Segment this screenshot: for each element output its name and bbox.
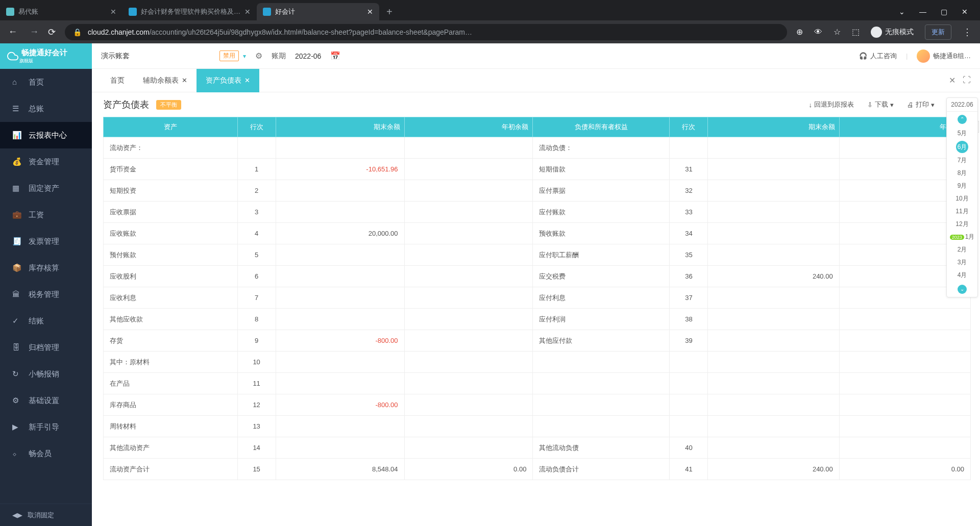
table-row[interactable]: 其中：原材料 10 [104, 352, 971, 373]
sidebar-logo[interactable]: 畅捷通好会计 旗舰版 [0, 43, 92, 69]
sidebar-item-archive[interactable]: 🗄归档管理 [0, 334, 92, 361]
cell-line2: 36 [670, 266, 708, 287]
asset-icon: ▦ [12, 184, 21, 193]
sidebar-item-reimburse[interactable]: ↻小畅报销 [0, 361, 92, 387]
page-tab-balance-sheet[interactable]: 资产负债表 ✕ [197, 69, 259, 92]
page-tab-aux-balance[interactable]: 辅助余额表 ✕ [134, 69, 197, 92]
month-item[interactable]: 2月 [947, 243, 977, 256]
eye-off-icon[interactable]: 👁 [814, 28, 822, 37]
cell-line1: 9 [237, 330, 276, 352]
calendar-icon[interactable]: 📅 [330, 51, 340, 61]
download-button[interactable]: ⇩ 下载 ▾ [867, 100, 894, 109]
minimize-icon[interactable]: — [919, 8, 926, 16]
cell-begbal2 [839, 309, 970, 330]
table-row[interactable]: 流动资产合计 15 8,548.04 0.00 流动负债合计 41 240.00… [104, 459, 971, 480]
search-icon[interactable]: ⊕ [796, 27, 803, 37]
close-icon[interactable]: ✕ [244, 77, 250, 84]
support-button[interactable]: 🎧 人工咨询 [859, 52, 897, 61]
month-item[interactable]: 9月 [947, 180, 977, 192]
print-button[interactable]: 🖨 打印 ▾ [907, 100, 935, 109]
rollback-button[interactable]: ↓ 回退到原报表 [809, 100, 854, 109]
month-item[interactable]: 4月 [947, 269, 977, 282]
caret-down-icon[interactable]: ▾ [243, 53, 246, 60]
table-row[interactable]: 短期投资 2 应付票据 32 [104, 180, 971, 202]
year-label[interactable]: 2022.06 [947, 98, 977, 112]
up-arrow-icon[interactable]: ⌃ [958, 115, 967, 124]
sidebar-item-inventory[interactable]: 📦库存核算 [0, 255, 92, 281]
month-item[interactable]: 7月 [947, 154, 977, 167]
browser-tab-2[interactable]: 好会计财务管理软件购买价格及… ✕ [122, 3, 257, 20]
extension-icon[interactable]: ⬚ [852, 27, 860, 37]
close-icon[interactable]: ✕ [367, 8, 373, 16]
sidebar-item-fund[interactable]: 💰资金管理 [0, 148, 92, 175]
star-icon[interactable]: ☆ [834, 27, 841, 37]
table-row[interactable]: 存货 9 -800.00 其他应付款 39 [104, 330, 971, 352]
chevron-down-icon[interactable]: ⌄ [899, 8, 905, 16]
close-icon[interactable]: ✕ [244, 8, 251, 16]
down-arrow-icon[interactable]: ⌄ [958, 285, 967, 294]
user-menu[interactable]: 畅捷通B组… [917, 49, 971, 63]
gear-icon[interactable]: ⚙ [255, 51, 262, 61]
maximize-icon[interactable]: ▢ [941, 8, 947, 16]
month-item[interactable]: 8月 [947, 167, 977, 180]
back-icon[interactable]: ← [8, 27, 17, 37]
table-row[interactable]: 流动资产： 流动负债： [104, 137, 971, 159]
sidebar-footer[interactable]: ◀▶ 取消固定 [0, 504, 92, 526]
sidebar-item-guide[interactable]: ▶新手引导 [0, 414, 92, 440]
sidebar-item-invoice[interactable]: 🧾发票管理 [0, 228, 92, 255]
table-row[interactable]: 应收账款 4 20,000.00 预收账款 34 [104, 223, 971, 244]
month-item[interactable]: 3月 [947, 256, 977, 269]
sidebar-item-settings[interactable]: ⚙基础设置 [0, 387, 92, 414]
sidebar-item-salary[interactable]: 💼工资 [0, 202, 92, 228]
account-name[interactable]: 演示账套 [101, 52, 130, 61]
table-row[interactable]: 其他应收款 8 应付利润 38 [104, 309, 971, 330]
disable-tag[interactable]: 禁用 [219, 51, 239, 61]
month-year-badge-row[interactable]: 20231月 [947, 231, 977, 243]
url-field[interactable]: 🔒 cloud2.chanjet.com/accounting/uh26t264… [65, 24, 787, 40]
cell-asset: 其他流动资产 [104, 437, 238, 459]
page-tabs-row: 首页 辅助余额表 ✕ 资产负债表 ✕ ✕ ⛶ [92, 69, 980, 92]
table-row[interactable]: 库存商品 12 -800.00 [104, 394, 971, 416]
close-window-icon[interactable]: ✕ [962, 8, 968, 16]
table-row[interactable]: 货币资金 1 -10,651.96 短期借款 31 [104, 159, 971, 180]
month-item[interactable]: 10月 [947, 192, 977, 205]
new-tab-button[interactable]: + [379, 3, 400, 20]
forward-icon[interactable]: → [30, 27, 39, 37]
table-row[interactable]: 其他流动资产 14 其他流动负债 40 [104, 437, 971, 459]
cell-endbal1: 8,548.04 [276, 459, 404, 480]
table-row[interactable]: 预付账款 5 应付职工薪酬 35 [104, 244, 971, 266]
cell-begbal1 [404, 437, 533, 459]
month-item[interactable]: 12月 [947, 218, 977, 231]
sidebar-item-tax[interactable]: 🏛税务管理 [0, 281, 92, 308]
sidebar-item-asset[interactable]: ▦固定资产 [0, 175, 92, 202]
update-button[interactable]: 更新 [925, 24, 951, 40]
table-row[interactable]: 应收票据 3 应付账款 33 [104, 202, 971, 223]
fullscreen-icon[interactable]: ⛶ [963, 76, 971, 85]
table-row[interactable]: 应收股利 6 应交税费 36 240.00 [104, 266, 971, 287]
month-item[interactable]: 6月 [956, 141, 968, 153]
period-label: 账期 [272, 52, 286, 61]
page-tab-home[interactable]: 首页 [101, 69, 134, 92]
cell-line1: 11 [237, 373, 276, 394]
cell-endbal2 [708, 159, 839, 180]
table-row[interactable]: 在产品 11 [104, 373, 971, 394]
cell-endbal2 [708, 287, 839, 309]
browser-tab-1[interactable]: 易代账 ✕ [0, 3, 122, 20]
close-all-icon[interactable]: ✕ [949, 76, 955, 85]
reload-icon[interactable]: ⟳ [48, 27, 56, 38]
sidebar-item-ledger[interactable]: ☰总账 [0, 95, 92, 122]
close-icon[interactable]: ✕ [110, 8, 116, 16]
table-row[interactable]: 周转材料 13 [104, 416, 971, 437]
period-value[interactable]: 2022-06 [295, 52, 321, 60]
month-item[interactable]: 11月 [947, 205, 977, 218]
table-row[interactable]: 应收利息 7 应付利息 37 [104, 287, 971, 309]
month-item[interactable]: 5月 [947, 127, 977, 140]
cell-begbal2 [839, 416, 970, 437]
sidebar-item-home[interactable]: ⌂首页 [0, 69, 92, 95]
sidebar-item-report[interactable]: 📊云报表中心 [0, 122, 92, 148]
browser-tab-3[interactable]: 好会计 ✕ [257, 3, 379, 20]
kebab-icon[interactable]: ⋮ [963, 27, 972, 38]
sidebar-item-closing[interactable]: ✓结账 [0, 308, 92, 334]
sidebar-item-vip[interactable]: ⬦畅会员 [0, 440, 92, 467]
close-icon[interactable]: ✕ [182, 77, 187, 84]
